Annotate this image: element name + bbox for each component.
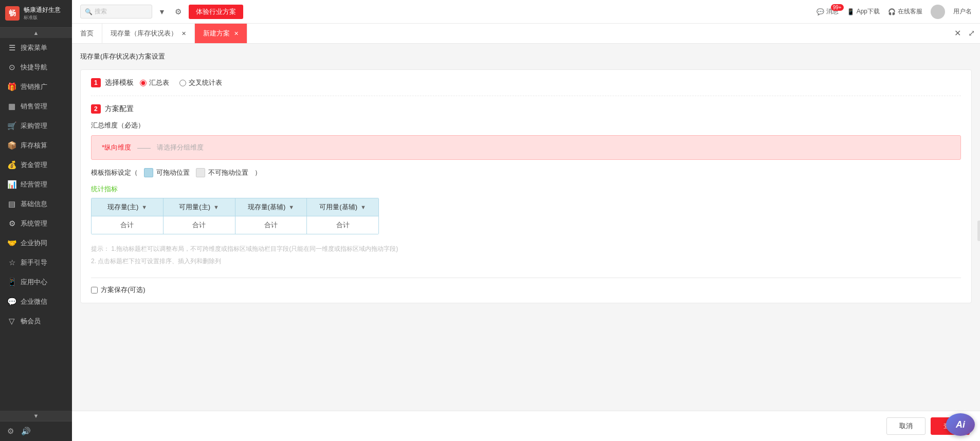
page-title: 现存量(库存状况表)方案设置 bbox=[80, 52, 972, 61]
stat-col-2: 现存量(基辅) ▼ bbox=[235, 198, 307, 216]
radio-cross[interactable]: 交叉统计表 bbox=[179, 78, 222, 87]
stat-col-0-label: 现存量(主) bbox=[107, 203, 139, 212]
system-icon: ⚙ bbox=[7, 219, 16, 228]
step1-title: 选择模板 bbox=[105, 78, 134, 87]
sidebar: 畅 畅康通好生意 标准版 ▲ ☰ 搜索菜单 ⊙ 快捷导航 🎁 营销推广 ▦ 销售… bbox=[0, 0, 72, 441]
sidebar-item-cooperation[interactable]: 🤝 企业协同 bbox=[0, 233, 72, 253]
main-content: 🔍 搜索 ▼ ⚙ 体验行业方案 💬 消息 99+ 📱 App下载 🎧 在线客服 … bbox=[72, 0, 980, 441]
stat-col-1: 可用量(主) ▼ bbox=[164, 198, 235, 216]
ai-float-button[interactable]: Ai bbox=[946, 413, 975, 436]
tab2-close-icon[interactable]: ✕ bbox=[234, 30, 239, 37]
sidebar-logo: 畅 畅康通好生意 标准版 bbox=[0, 0, 72, 28]
inventory-icon: 📦 bbox=[7, 141, 16, 150]
footer-sound-icon[interactable]: 🔊 bbox=[21, 427, 31, 436]
sidebar-item-sales[interactable]: ▦ 销售管理 bbox=[0, 97, 72, 116]
stat-section: 统计指标 现存量(主) ▼ 可用量(主) ▼ 现存量(基辅) bbox=[91, 185, 961, 234]
dimension-row[interactable]: *纵向维度 —— 请选择分组维度 bbox=[91, 135, 961, 160]
step1-header: 1 选择模板 汇总表 交叉统计表 bbox=[91, 78, 961, 87]
stat-col-2-arrow[interactable]: ▼ bbox=[288, 204, 294, 210]
stat-col-1-arrow[interactable]: ▼ bbox=[213, 204, 219, 210]
step1-badge: 1 bbox=[91, 78, 101, 87]
app-download-btn[interactable]: 📱 App下载 bbox=[847, 7, 880, 16]
app-center-icon: 📱 bbox=[7, 278, 16, 287]
stat-col-3-label: 可用量(基辅) bbox=[319, 203, 357, 212]
content-area: 现存量(库存状况表)方案设置 1 选择模板 汇总表 交叉统计表 bbox=[72, 44, 980, 411]
stat-body-col-1: 合计 bbox=[164, 216, 235, 234]
save-checkbox[interactable]: 方案保存(可选) bbox=[91, 285, 146, 295]
step-divider bbox=[91, 96, 961, 96]
sidebar-item-search-menu[interactable]: ☰ 搜索菜单 bbox=[0, 38, 72, 58]
non-draggable-label: 不可拖动位置 bbox=[208, 168, 248, 177]
sidebar-scroll-down[interactable]: ▼ bbox=[0, 411, 72, 421]
save-checkbox-input[interactable] bbox=[91, 287, 98, 293]
non-draggable-color-block bbox=[196, 168, 205, 177]
stat-col-1-label: 可用量(主) bbox=[179, 203, 210, 212]
non-draggable-indicator: 不可拖动位置 bbox=[196, 168, 248, 177]
summary-dim-label: 汇总维度（必选） bbox=[91, 121, 961, 130]
topbar-left: 🔍 搜索 ▼ ⚙ 体验行业方案 bbox=[80, 5, 811, 19]
tabs-right-controls: ✕ ⤢ bbox=[951, 27, 980, 40]
hint-1: 1.拖动标题栏可以调整布局，不可跨维度或指标区域拖动栏目字段(只能在同一维度或指… bbox=[111, 245, 398, 252]
dim-separator: —— bbox=[137, 144, 151, 152]
membership-icon: ▽ bbox=[7, 317, 16, 326]
sidebar-item-finance[interactable]: 💰 资金管理 bbox=[0, 155, 72, 175]
quick-nav-icon: ⊙ bbox=[7, 63, 16, 72]
sidebar-item-inventory[interactable]: 📦 库存核算 bbox=[0, 136, 72, 155]
user-avatar[interactable] bbox=[931, 5, 945, 19]
search-menu-icon: ☰ bbox=[7, 43, 16, 52]
experience-industry-btn[interactable]: 体验行业方案 bbox=[189, 5, 243, 19]
sidebar-scroll-up[interactable]: ▲ bbox=[0, 28, 72, 38]
footer-settings-icon[interactable]: ⚙ bbox=[7, 427, 14, 436]
sidebar-item-wechat[interactable]: 💬 企业微信 bbox=[0, 292, 72, 311]
hints-section: 提示： 1.拖动标题栏可以调整布局，不可跨维度或指标区域拖动栏目字段(只能在同一… bbox=[91, 243, 961, 267]
sidebar-item-quick-nav[interactable]: ⊙ 快捷导航 bbox=[0, 58, 72, 77]
draggable-indicator: 可拖动位置 bbox=[144, 168, 190, 177]
stat-body-col-3: 合计 bbox=[307, 216, 378, 234]
username-label[interactable]: 用户名 bbox=[953, 7, 972, 16]
stat-col-3-arrow[interactable]: ▼ bbox=[360, 204, 366, 210]
sidebar-item-app-center[interactable]: 📱 应用中心 bbox=[0, 272, 72, 292]
tab-expand-btn[interactable]: ⤢ bbox=[965, 27, 978, 40]
sales-icon: ▦ bbox=[7, 102, 16, 111]
sidebar-item-basic-info[interactable]: ▤ 基础信息 bbox=[0, 194, 72, 214]
logo-text: 畅康通好生意 标准版 bbox=[24, 6, 61, 21]
radio-summary-input[interactable] bbox=[140, 80, 147, 86]
sidebar-item-system[interactable]: ⚙ 系统管理 bbox=[0, 214, 72, 233]
stat-table: 现存量(主) ▼ 可用量(主) ▼ 现存量(基辅) ▼ 可用量(基辅) bbox=[91, 198, 379, 234]
online-service-btn[interactable]: 🎧 在线客服 bbox=[888, 7, 922, 16]
sidebar-item-operations[interactable]: 📊 经营管理 bbox=[0, 175, 72, 194]
tab-inventory-status[interactable]: 现存量（库存状况表） ✕ bbox=[102, 24, 195, 43]
stat-body-col-0: 合计 bbox=[92, 216, 164, 234]
search-icon: 🔍 bbox=[85, 8, 93, 15]
sidebar-item-purchase[interactable]: 🛒 采购管理 bbox=[0, 116, 72, 136]
tabs-bar: 首页 现存量（库存状况表） ✕ 新建方案 ✕ ✕ ⤢ bbox=[72, 24, 980, 44]
tab-home[interactable]: 首页 bbox=[72, 24, 102, 43]
step2-badge: 2 bbox=[91, 104, 101, 114]
topbar-settings-btn[interactable]: ⚙ bbox=[172, 6, 185, 17]
topbar-right: 💬 消息 99+ 📱 App下载 🎧 在线客服 用户名 bbox=[816, 5, 972, 19]
cancel-button[interactable]: 取消 bbox=[886, 417, 925, 435]
bottom-row: 方案保存(可选) bbox=[91, 278, 961, 295]
hint-label: 提示： bbox=[91, 245, 110, 252]
headset-icon: 🎧 bbox=[888, 8, 896, 15]
sidebar-item-marketing[interactable]: 🎁 营销推广 bbox=[0, 77, 72, 97]
radio-summary[interactable]: 汇总表 bbox=[140, 78, 169, 87]
stat-col-2-label: 现存量(基辅) bbox=[248, 203, 286, 212]
sidebar-item-new-guide[interactable]: ☆ 新手引导 bbox=[0, 253, 72, 272]
template-indicator-prefix: 模板指标设定（ bbox=[91, 168, 138, 177]
resize-handle[interactable] bbox=[977, 220, 980, 241]
tab1-close-icon[interactable]: ✕ bbox=[182, 30, 186, 37]
stat-table-body: 合计 合计 合计 合计 bbox=[92, 216, 378, 234]
tab-close-btn[interactable]: ✕ bbox=[951, 27, 964, 40]
sidebar-item-membership[interactable]: ▽ 畅会员 bbox=[0, 311, 72, 331]
topbar-dropdown-btn[interactable]: ▼ bbox=[156, 7, 168, 17]
messages-btn[interactable]: 💬 消息 99+ bbox=[816, 7, 839, 16]
cooperation-icon: 🤝 bbox=[7, 238, 16, 248]
radio-cross-input[interactable] bbox=[179, 80, 186, 86]
required-marker: *纵向维度 bbox=[102, 143, 131, 152]
plan-settings-card: 1 选择模板 汇总表 交叉统计表 2 方案配置 bbox=[80, 69, 972, 303]
tab-new-plan[interactable]: 新建方案 ✕ bbox=[195, 24, 247, 43]
stat-col-0-arrow[interactable]: ▼ bbox=[141, 204, 147, 210]
hint-2: 2. 点击标题栏下拉可设置排序、插入列和删除列 bbox=[91, 255, 961, 267]
step2-header: 2 方案配置 bbox=[91, 104, 961, 114]
